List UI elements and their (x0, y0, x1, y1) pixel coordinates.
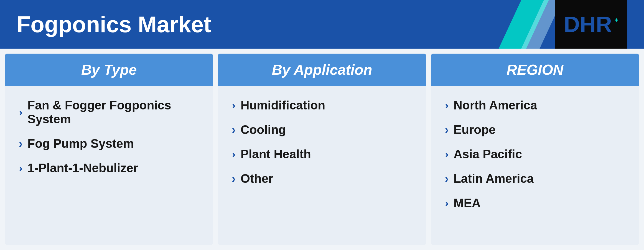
by-application-title: By Application (272, 62, 372, 78)
page-title: Fogponics Market (17, 11, 211, 38)
item-label: Plant Health (241, 147, 311, 161)
chevron-icon: › (232, 173, 235, 184)
list-item: › North America (445, 98, 625, 112)
header: Fogponics Market D H R ✦ (0, 0, 644, 49)
logo-h: H (580, 13, 595, 36)
list-item: › 1-Plant-1-Nebulizer (19, 161, 199, 175)
chevron-icon: › (445, 100, 449, 111)
by-type-body: › Fan & Fogger Fogponics System › Fog Pu… (5, 86, 213, 188)
chevron-icon: › (19, 138, 22, 149)
region-header: REGION (431, 54, 639, 86)
item-label: Fog Pump System (27, 137, 134, 151)
column-region: REGION › North America › Europe › Asia P… (431, 54, 639, 245)
item-label: Humidification (241, 98, 325, 112)
list-item: › Plant Health (232, 147, 412, 161)
item-label: 1-Plant-1-Nebulizer (27, 161, 138, 175)
column-by-type: By Type › Fan & Fogger Fogponics System … (5, 54, 213, 245)
by-type-header: By Type (5, 54, 213, 86)
chevron-icon: › (445, 149, 449, 160)
list-item: › Fan & Fogger Fogponics System (19, 98, 199, 126)
region-title: REGION (506, 62, 563, 78)
item-label: Cooling (241, 123, 286, 137)
item-label: Other (241, 172, 273, 186)
main-content: By Type › Fan & Fogger Fogponics System … (0, 49, 644, 250)
chevron-icon: › (232, 124, 235, 135)
item-label: Latin America (454, 172, 534, 186)
list-item: › Asia Pacific (445, 147, 625, 161)
chevron-icon: › (232, 100, 235, 111)
item-label: Europe (454, 123, 496, 137)
chevron-icon: › (19, 107, 22, 118)
by-application-body: › Humidification › Cooling › Plant Healt… (218, 86, 426, 198)
column-by-application: By Application › Humidification › Coolin… (218, 54, 426, 245)
list-item: › Other (232, 172, 412, 186)
region-body: › North America › Europe › Asia Pacific … (431, 86, 639, 222)
chevron-icon: › (445, 198, 449, 209)
chevron-icon: › (445, 173, 449, 184)
item-label: MEA (454, 196, 481, 210)
list-item: › MEA (445, 196, 625, 210)
logo-d: D (564, 13, 579, 36)
item-label: Asia Pacific (454, 147, 522, 161)
by-application-header: By Application (218, 54, 426, 86)
header-right: D H R ✦ (433, 0, 627, 49)
chevron-icon: › (445, 124, 449, 135)
list-item: › Humidification (232, 98, 412, 112)
logo-decoration: ✦ (614, 18, 619, 23)
list-item: › Fog Pump System (19, 137, 199, 151)
list-item: › Latin America (445, 172, 625, 186)
by-type-title: By Type (81, 62, 137, 78)
chevron-icon: › (19, 162, 22, 174)
item-label: North America (454, 98, 537, 112)
list-item: › Europe (445, 123, 625, 137)
item-label: Fan & Fogger Fogponics System (27, 98, 199, 126)
logo: D H R ✦ (564, 13, 619, 36)
logo-box: D H R ✦ (555, 0, 627, 49)
logo-r: R (596, 13, 612, 36)
chevron-icon: › (232, 149, 235, 160)
decorative-slashes (489, 0, 566, 49)
list-item: › Cooling (232, 123, 412, 137)
